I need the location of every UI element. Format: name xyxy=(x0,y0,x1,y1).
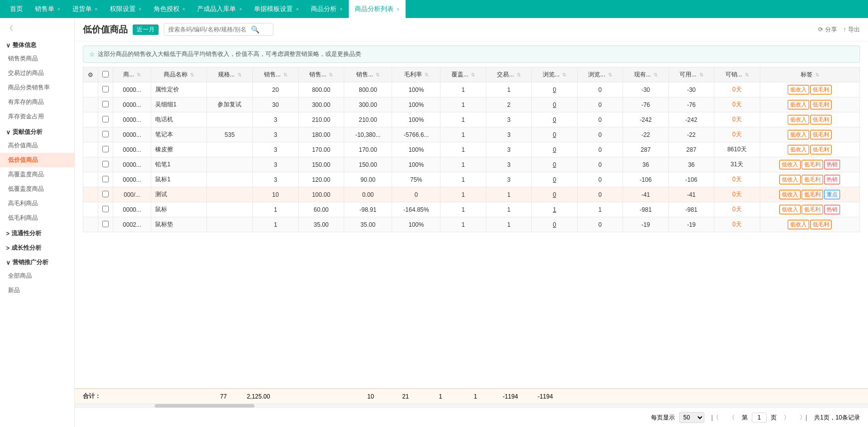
prev-page-button[interactable]: 〈 xyxy=(726,413,738,423)
browse-value: 0 xyxy=(553,116,556,123)
sellable-column-header[interactable]: 可销... ⇅ xyxy=(714,67,760,82)
spec-column-header[interactable]: 规格... ⇅ xyxy=(207,67,252,82)
sidebar-item-high-margin[interactable]: 高毛利商品 xyxy=(0,196,74,211)
close-icon[interactable]: × xyxy=(239,6,242,12)
first-page-button[interactable]: |〈 xyxy=(708,413,722,423)
search-box[interactable]: 🔍 xyxy=(164,23,273,36)
nav-product-analysis[interactable]: 商品分析 × xyxy=(305,0,349,18)
row-checkbox[interactable] xyxy=(102,176,109,182)
tags-column-header[interactable]: 标签 ⇅ xyxy=(760,67,860,82)
sidebar-item-low-margin[interactable]: 低毛利商品 xyxy=(0,211,74,225)
share-button[interactable]: ⟳ 分享 xyxy=(818,25,837,34)
sidebar-item-high-coverage[interactable]: 高覆盖度商品 xyxy=(0,167,74,182)
browse-link[interactable]: 1 xyxy=(553,206,556,213)
row-checkbox[interactable] xyxy=(102,101,109,107)
sidebar-item-low-value[interactable]: 低价值商品 xyxy=(0,153,74,167)
next-page-button[interactable]: 〉 xyxy=(781,413,793,423)
horizontal-scrollbar[interactable] xyxy=(75,404,868,408)
row-checkbox[interactable] xyxy=(102,131,109,137)
available-column-header[interactable]: 可用... ⇅ xyxy=(668,67,714,82)
sidebar-group-growth[interactable]: > 成长性分析 xyxy=(0,240,74,254)
time-badge[interactable]: 近一月 xyxy=(133,24,159,35)
trade-cell: 3 xyxy=(486,172,531,187)
close-icon[interactable]: × xyxy=(57,6,60,12)
browse1-cell: 0 xyxy=(532,112,577,127)
row-checkbox[interactable] xyxy=(102,221,109,227)
page-number-input[interactable] xyxy=(752,413,767,423)
row-checkbox[interactable] xyxy=(102,116,109,122)
margin-cell: 100% xyxy=(392,157,440,172)
page-size-label: 每页显示 xyxy=(651,414,675,422)
sidebar-item-low-coverage[interactable]: 低覆盖度商品 xyxy=(0,182,74,196)
row-checkbox[interactable] xyxy=(102,161,109,167)
sidebar-collapse-button[interactable]: 《 xyxy=(4,22,15,35)
search-input[interactable] xyxy=(168,26,248,33)
sale3-cell: 300.00 xyxy=(344,97,392,112)
checkbox-cell xyxy=(98,187,113,202)
summary-coverage: 10 xyxy=(353,393,388,400)
last-page-button[interactable]: 〉| xyxy=(797,413,810,423)
nav-role-auth[interactable]: 角色授权 × xyxy=(148,0,192,18)
sidebar-item-new-products[interactable]: 新品 xyxy=(0,283,74,298)
gear-cell xyxy=(83,217,98,232)
browse2-column-header[interactable]: 浏览... ⇅ xyxy=(577,67,623,82)
settings-column-header[interactable]: ⚙ xyxy=(83,67,98,82)
product-tag: 热销 xyxy=(824,205,840,214)
nav-permission-settings[interactable]: 权限设置 × xyxy=(104,0,148,18)
sidebar-group-circulation[interactable]: > 流通性分析 xyxy=(0,225,74,240)
current-cell: -106 xyxy=(623,172,668,187)
browse1-column-header[interactable]: 浏览... ⇅ xyxy=(532,67,577,82)
close-icon[interactable]: × xyxy=(139,6,142,12)
sale2-column-header[interactable]: 销售... ⇅ xyxy=(298,67,344,82)
sidebar-group-contribution[interactable]: ∨ 贡献值分析 xyxy=(0,124,74,138)
checkbox-cell xyxy=(98,217,113,232)
sale3-column-header[interactable]: 销售... ⇅ xyxy=(344,67,392,82)
sidebar-item-all-products[interactable]: 全部商品 xyxy=(0,269,74,283)
export-button[interactable]: ↑ 导出 xyxy=(843,25,860,34)
search-icon[interactable]: 🔍 xyxy=(251,25,259,33)
row-checkbox[interactable] xyxy=(102,86,109,92)
chevron-down-icon: ∨ xyxy=(6,259,10,266)
sidebar-item-stock-products[interactable]: 有库存的商品 xyxy=(0,95,74,109)
sidebar-item-traded-products[interactable]: 交易过的商品 xyxy=(0,66,74,80)
row-checkbox[interactable] xyxy=(102,146,109,152)
sidebar-item-category-sales-rate[interactable]: 商品分类销售率 xyxy=(0,80,74,95)
total-records-label: 共1页，10条记录 xyxy=(814,414,860,422)
code-column-header[interactable]: 商... ⇅ xyxy=(113,67,151,82)
margin-column-header[interactable]: 毛利率 ⇅ xyxy=(392,67,440,82)
close-icon[interactable]: × xyxy=(296,6,299,12)
nav-template-settings[interactable]: 单据模板设置 × xyxy=(248,0,305,18)
trade-column-header[interactable]: 交易... ⇅ xyxy=(486,67,531,82)
spec-cell xyxy=(207,217,252,232)
sidebar-item-sales-products[interactable]: 销售类商品 xyxy=(0,51,74,66)
nav-product-analysis-list[interactable]: 商品分析列表 × xyxy=(349,0,406,18)
checkbox-cell xyxy=(98,202,113,217)
nav-sales-order[interactable]: 销售单 × xyxy=(29,0,66,18)
sidebar-item-high-value[interactable]: 高价值商品 xyxy=(0,138,74,153)
close-icon[interactable]: × xyxy=(95,6,98,12)
row-checkbox[interactable] xyxy=(102,191,109,197)
close-icon[interactable]: × xyxy=(340,6,343,12)
nav-product-inbound[interactable]: 产成品入库单 × xyxy=(191,0,248,18)
spec-cell: 535 xyxy=(207,127,252,142)
select-all-checkbox[interactable] xyxy=(102,71,109,77)
current-cell: 36 xyxy=(623,157,668,172)
nav-purchase-order[interactable]: 进货单 × xyxy=(66,0,104,18)
coverage-column-header[interactable]: 覆盖... ⇅ xyxy=(440,67,486,82)
name-cell: 橡皮擦 xyxy=(151,142,207,157)
browse2-cell: 0 xyxy=(577,97,623,112)
row-checkbox[interactable] xyxy=(102,206,109,212)
checkbox-cell xyxy=(98,112,113,127)
name-column-header[interactable]: 商品名称 ⇅ xyxy=(151,67,207,82)
sidebar-group-overall[interactable]: ∨ 整体信息 xyxy=(0,37,74,51)
sidebar-item-inventory-funds[interactable]: 库存资金占用 xyxy=(0,109,74,124)
tags-cell: 低收入低毛利热销 xyxy=(760,157,860,172)
close-icon[interactable]: × xyxy=(183,6,186,12)
page-size-select[interactable]: 50 100 200 xyxy=(679,412,704,423)
current-column-header[interactable]: 现有... ⇅ xyxy=(623,67,668,82)
sidebar-group-marketing[interactable]: ∨ 营销推广分析 xyxy=(0,254,74,269)
close-icon[interactable]: × xyxy=(397,6,400,12)
nav-home[interactable]: 首页 xyxy=(4,0,29,18)
sale1-column-header[interactable]: 销售... ⇅ xyxy=(253,67,298,82)
summary-sale2: 2,125.00 xyxy=(238,393,278,400)
